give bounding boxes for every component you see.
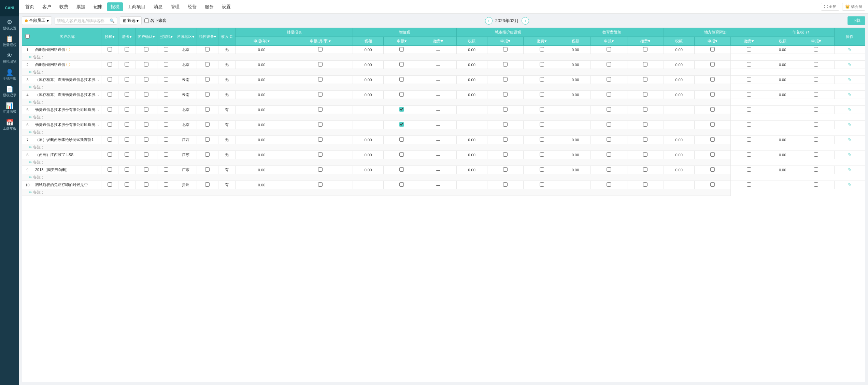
- edit-icon[interactable]: ✎: [848, 167, 852, 172]
- td-fin-month[interactable]: [288, 46, 353, 54]
- stamp-declare-checkbox[interactable]: [814, 152, 818, 157]
- td-fin-month[interactable]: [288, 136, 353, 144]
- confirmed-checkbox[interactable]: [144, 62, 148, 67]
- td-tax-copy[interactable]: [101, 61, 118, 69]
- td-local-waive[interactable]: [731, 106, 767, 114]
- clear-card-checkbox[interactable]: [125, 137, 129, 142]
- clear-card-checkbox[interactable]: [125, 107, 129, 112]
- date-next-button[interactable]: ›: [522, 17, 529, 25]
- tax-copy-checkbox[interactable]: [108, 62, 112, 67]
- city-declare-checkbox[interactable]: [503, 137, 508, 142]
- sidebar-item-summary[interactable]: 📊 汇算清缴: [0, 100, 19, 117]
- td-clear-card[interactable]: [118, 181, 136, 189]
- td-fin-month[interactable]: [288, 76, 353, 84]
- td-city-declare[interactable]: [487, 136, 524, 144]
- clear-card-checkbox[interactable]: [125, 47, 129, 52]
- edu-declare-checkbox[interactable]: [607, 92, 611, 97]
- tax-copy-checkbox[interactable]: [108, 152, 112, 157]
- td-vat-declare[interactable]: [384, 181, 420, 189]
- td-local-declare[interactable]: [694, 46, 731, 54]
- td-confirmed[interactable]: [136, 136, 157, 144]
- td-edu-declare[interactable]: [591, 136, 627, 144]
- td-confirmed[interactable]: [136, 166, 157, 174]
- nav-invoice[interactable]: 票据: [73, 2, 89, 11]
- nav-home[interactable]: 首页: [22, 2, 38, 11]
- td-operation[interactable]: ✎: [834, 106, 865, 114]
- fin-month-checkbox[interactable]: [318, 92, 323, 97]
- td-tax-copy[interactable]: [101, 121, 118, 129]
- td-operation[interactable]: ✎: [834, 166, 865, 174]
- city-waive-checkbox[interactable]: [540, 122, 544, 127]
- td-clear-card[interactable]: [118, 121, 136, 129]
- fullscreen-button[interactable]: ⛶ 全屏: [821, 3, 839, 11]
- td-local-declare[interactable]: [694, 91, 731, 99]
- td-city-declare[interactable]: [487, 46, 524, 54]
- td-local-waive[interactable]: [731, 91, 767, 99]
- filter-button[interactable]: ⊞ 筛选 ▾: [120, 16, 142, 25]
- tax-device-checkbox[interactable]: [205, 167, 210, 172]
- named-accounts-checkbox[interactable]: [144, 18, 149, 23]
- td-tax-device[interactable]: [197, 136, 218, 144]
- vat-declare-checkbox[interactable]: [399, 122, 404, 127]
- local-declare-checkbox[interactable]: [710, 107, 715, 112]
- local-waive-checkbox[interactable]: [747, 62, 751, 67]
- td-city-waive[interactable]: [524, 166, 560, 174]
- nav-billing[interactable]: 收费: [56, 2, 72, 11]
- edit-icon[interactable]: ✎: [848, 107, 852, 112]
- stamp-declare-checkbox[interactable]: [814, 167, 818, 172]
- td-clear-card[interactable]: [118, 151, 136, 159]
- edu-declare-checkbox[interactable]: [607, 77, 611, 82]
- local-declare-checkbox[interactable]: [710, 152, 715, 157]
- td-vat-declare[interactable]: [384, 61, 420, 69]
- declared-checkbox[interactable]: [164, 137, 168, 142]
- confirmed-checkbox[interactable]: [144, 152, 148, 157]
- nav-industrial[interactable]: 工商项目: [124, 2, 149, 11]
- td-city-waive[interactable]: [524, 121, 560, 129]
- td-city-declare[interactable]: [487, 91, 524, 99]
- city-declare-checkbox[interactable]: [503, 122, 508, 127]
- td-operation[interactable]: ✎: [834, 91, 865, 99]
- td-local-waive[interactable]: [731, 136, 767, 144]
- edit-icon[interactable]: ✎: [848, 77, 852, 82]
- td-local-waive[interactable]: [731, 151, 767, 159]
- fin-month-checkbox[interactable]: [318, 107, 323, 112]
- select-all-checkbox[interactable]: [25, 34, 30, 39]
- td-clear-card[interactable]: [118, 76, 136, 84]
- td-tax-copy[interactable]: [101, 76, 118, 84]
- confirmed-checkbox[interactable]: [144, 92, 148, 97]
- td-local-declare[interactable]: [694, 106, 731, 114]
- sidebar-item-tax-view[interactable]: 👁 报税浏览: [0, 50, 19, 67]
- td-operation[interactable]: ✎: [834, 61, 865, 69]
- td-note[interactable]: ✏备注：: [22, 189, 731, 196]
- td-edu-waive[interactable]: [627, 76, 664, 84]
- confirmed-checkbox[interactable]: [144, 77, 148, 82]
- nav-management[interactable]: 管理: [167, 2, 183, 11]
- edu-waive-checkbox[interactable]: [643, 182, 648, 187]
- member-button[interactable]: 👑 稿会员: [842, 3, 865, 11]
- fin-month-checkbox[interactable]: [318, 122, 323, 127]
- td-tax-copy[interactable]: [101, 166, 118, 174]
- td-edu-waive[interactable]: [627, 106, 664, 114]
- city-declare-checkbox[interactable]: [503, 107, 508, 112]
- city-waive-checkbox[interactable]: [540, 152, 544, 157]
- td-local-declare[interactable]: [694, 166, 731, 174]
- tax-device-checkbox[interactable]: [205, 107, 210, 112]
- tax-device-checkbox[interactable]: [205, 77, 210, 82]
- td-note[interactable]: ✏备注：: [22, 69, 731, 76]
- city-waive-checkbox[interactable]: [540, 77, 544, 82]
- edu-waive-checkbox[interactable]: [643, 77, 648, 82]
- local-declare-checkbox[interactable]: [710, 137, 715, 142]
- td-fin-month[interactable]: [288, 166, 353, 174]
- td-local-declare[interactable]: [694, 121, 731, 129]
- td-stamp-declare[interactable]: [798, 46, 835, 54]
- td-stamp-declare[interactable]: [798, 76, 835, 84]
- td-vat-declare[interactable]: [384, 76, 420, 84]
- td-stamp-declare[interactable]: [798, 61, 835, 69]
- td-edu-waive[interactable]: [627, 91, 664, 99]
- td-operation[interactable]: ✎: [834, 136, 865, 144]
- td-fin-month[interactable]: [288, 181, 353, 189]
- edit-icon[interactable]: ✎: [848, 92, 852, 97]
- td-vat-declare[interactable]: [384, 46, 420, 54]
- td-local-waive[interactable]: [731, 121, 767, 129]
- td-edu-waive[interactable]: [627, 121, 664, 129]
